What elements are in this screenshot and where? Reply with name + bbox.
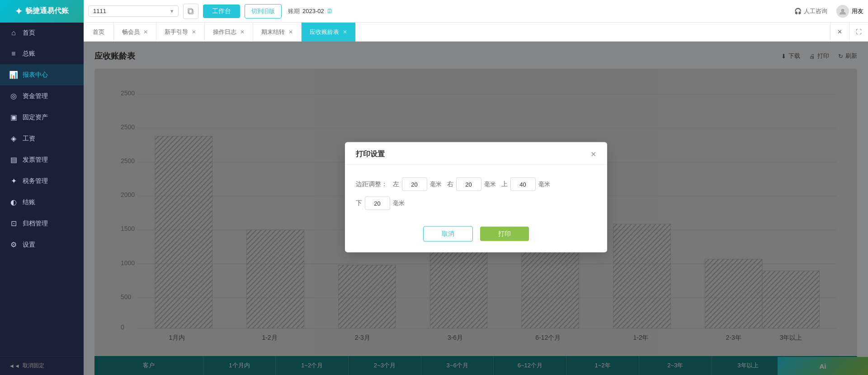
company-name: 1111 [93, 8, 167, 14]
salary-icon: ◈ [9, 134, 18, 143]
top-margin-input[interactable] [510, 178, 536, 191]
sidebar-item-ledger[interactable]: ≡ 总账 [0, 43, 84, 64]
tab-label: 畅会员 [122, 28, 140, 36]
bottom-margin-input[interactable] [365, 197, 390, 210]
ledger-icon: ≡ [9, 50, 18, 58]
left-unit: 毫米 [430, 180, 442, 188]
bottom-margin-group: 下 毫米 [356, 197, 405, 210]
period-value: 2023-02 [302, 8, 324, 14]
sidebar-item-archive[interactable]: ⊡ 归档管理 [0, 213, 84, 234]
tab-label: 操作日志 [213, 28, 236, 36]
sidebar-item-invoice[interactable]: ▤ 发票管理 [0, 149, 84, 170]
confirm-print-button[interactable]: 打印 [480, 227, 529, 241]
modal-title: 打印设置 [356, 150, 385, 159]
tab-period-end[interactable]: 期末结转✕ [253, 23, 302, 42]
tabs-bar: 首页畅会员✕新手引导✕操作日志✕期末结转✕应收账龄表✕ ✕ ⛶ [84, 23, 868, 42]
bottom-label: 下 [356, 199, 362, 207]
support-button[interactable]: 🎧 人工咨询 [794, 7, 827, 15]
logo-icon: ✦ [15, 6, 23, 17]
workbench-button[interactable]: 工作台 [203, 5, 240, 18]
sidebar-item-salary[interactable]: ◈ 工资 [0, 128, 84, 149]
sidebar-item-reports[interactable]: 📊 报表中心 [0, 64, 84, 85]
sidebar-item-label: 结账 [23, 198, 35, 206]
top-bar: ✦ 畅捷通易代账 1111 ▾ 工作台 切到旧版 账期 2023-02 🗓 🎧 … [0, 0, 868, 23]
sidebar-scroll: ⌂ 首页 ≡ 总账 📊 报表中心 ◎ 资金管理 ▣ 固定资产 ◈ 工资 ▤ 发票… [0, 23, 84, 356]
tab-label: 首页 [93, 28, 104, 36]
collapse-label: 取消固定 [23, 362, 44, 370]
sidebar-item-label: 报表中心 [23, 71, 48, 79]
cancel-button[interactable]: 取消 [423, 226, 473, 242]
archive-icon: ⊡ [9, 219, 18, 228]
user-area[interactable]: 用友 [836, 5, 863, 18]
copy-icon [187, 8, 194, 15]
sidebar-item-label: 首页 [23, 29, 35, 37]
tab-label: 应收账龄表 [310, 28, 339, 36]
home-icon: ⌂ [9, 29, 18, 37]
tab-guide[interactable]: 新手引导✕ [156, 23, 205, 42]
sidebar-item-tax[interactable]: ✦ 税务管理 [0, 170, 84, 192]
tab-label: 期末结转 [261, 28, 285, 36]
tab-close-icon[interactable]: ✕ [343, 29, 347, 35]
sidebar-item-home[interactable]: ⌂ 首页 [0, 23, 84, 43]
left-label: 左 [393, 180, 399, 188]
calendar-icon[interactable]: 🗓 [327, 8, 333, 14]
copy-icon-button[interactable] [183, 4, 198, 19]
sidebar-item-label: 固定资产 [23, 113, 48, 122]
logo-text: 畅捷通易代账 [25, 6, 69, 16]
right-margin-input[interactable] [456, 178, 481, 191]
svg-point-2 [841, 9, 844, 12]
tab-close-icon[interactable]: ✕ [192, 29, 196, 35]
headset-icon: 🎧 [794, 8, 802, 14]
modal-footer: 取消 打印 [345, 221, 607, 253]
close-tab-button[interactable]: ✕ [830, 23, 849, 42]
settings-icon: ⚙ [9, 240, 18, 249]
tab-ar-aging[interactable]: 应收账龄表✕ [302, 23, 356, 42]
invoice-icon: ▤ [9, 155, 18, 164]
period-area: 账期 2023-02 🗓 [288, 7, 333, 15]
right-unit: 毫米 [484, 180, 496, 188]
reports-icon: 📊 [9, 70, 18, 79]
page-area: 应收账龄表 ⬇ 下载 🖨 打印 ↻ 刷新 [84, 42, 868, 375]
pin-icon: ◄◄ [9, 363, 20, 369]
sidebar-item-label: 资金管理 [23, 92, 48, 100]
switch-old-button[interactable]: 切到旧版 [245, 4, 282, 19]
tax-icon: ✦ [9, 177, 18, 185]
left-margin-group: 左 毫米 [393, 178, 442, 191]
layout: ⌂ 首页 ≡ 总账 📊 报表中心 ◎ 资金管理 ▣ 固定资产 ◈ 工资 ▤ 发票… [0, 23, 868, 375]
modal-body: 边距调整： 左 毫米 右 毫米 上 [345, 165, 607, 221]
left-margin-input[interactable] [402, 178, 427, 191]
tab-oplog[interactable]: 操作日志✕ [205, 23, 253, 42]
top-margin-group: 上 毫米 [501, 178, 550, 191]
sidebar-item-funds[interactable]: ◎ 资金管理 [0, 85, 84, 107]
avatar [836, 5, 849, 18]
assets-icon: ▣ [9, 113, 18, 122]
sidebar-item-assets[interactable]: ▣ 固定资产 [0, 107, 84, 128]
company-selector[interactable]: 1111 ▾ [88, 5, 179, 17]
logo: ✦ 畅捷通易代账 [0, 0, 84, 23]
sidebar-item-label: 设置 [23, 241, 35, 249]
sidebar-item-label: 归档管理 [23, 220, 48, 228]
tab-close-icon[interactable]: ✕ [288, 29, 293, 35]
sidebar-item-label: 总账 [23, 50, 35, 58]
user-icon [839, 8, 846, 15]
right-label: 右 [447, 180, 453, 188]
modal-close-button[interactable]: ✕ [590, 150, 596, 159]
margin-row: 边距调整： 左 毫米 右 毫米 上 [356, 178, 596, 210]
maximize-tab-button[interactable]: ⛶ [849, 23, 868, 42]
user-label: 用友 [852, 7, 863, 15]
tab-member[interactable]: 畅会员✕ [114, 23, 156, 42]
tab-close-icon[interactable]: ✕ [143, 29, 148, 35]
sidebar: ⌂ 首页 ≡ 总账 📊 报表中心 ◎ 资金管理 ▣ 固定资产 ◈ 工资 ▤ 发票… [0, 23, 84, 375]
print-settings-modal: 打印设置 ✕ 边距调整： 左 毫米 右 毫米 [345, 142, 607, 253]
sidebar-collapse-button[interactable]: ◄◄ 取消固定 [0, 356, 84, 375]
sidebar-item-checkout[interactable]: ◐ 结账 [0, 192, 84, 213]
period-label: 账期 [288, 7, 300, 15]
tab-home[interactable]: 首页 [84, 23, 114, 42]
margin-adjust-label: 边距调整： [356, 180, 387, 188]
modal-header: 打印设置 ✕ [345, 142, 607, 165]
tab-close-icon[interactable]: ✕ [240, 29, 245, 35]
main-content: 首页畅会员✕新手引导✕操作日志✕期末结转✕应收账龄表✕ ✕ ⛶ 应收账龄表 ⬇ … [84, 23, 868, 375]
sidebar-item-settings[interactable]: ⚙ 设置 [0, 234, 84, 255]
checkout-icon: ◐ [9, 198, 18, 206]
top-unit: 毫米 [538, 180, 550, 188]
